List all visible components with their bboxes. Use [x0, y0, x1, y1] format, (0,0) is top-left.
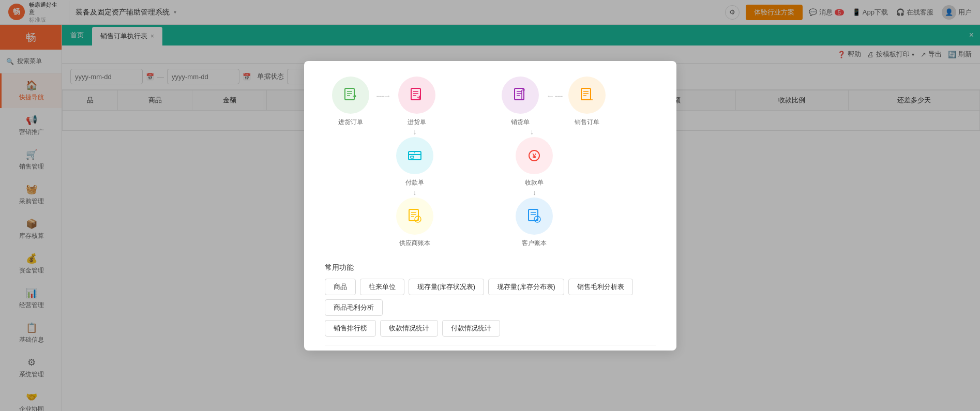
scroll-left-btn[interactable]: ◀: [333, 349, 339, 351]
overlay[interactable]: 进货订单 - - - →: [0, 0, 980, 411]
dialog: 进货订单 - - - →: [304, 61, 676, 351]
scroll-area: ◀ ▶: [325, 345, 656, 351]
common-btn-partners[interactable]: 往来单位: [360, 279, 404, 295]
flow-item-payment: ¥ 付款单: [389, 137, 441, 187]
common-btn-goods-gross[interactable]: 商品毛利分析: [325, 299, 383, 316]
v-arrow-2: ↓: [413, 188, 416, 196]
customer-label: 客户账本: [522, 239, 547, 248]
flow-item-customer: 客户账本: [508, 197, 560, 248]
flow-item-sales-purchase-order: 销售订单: [561, 77, 613, 127]
receipt-circle[interactable]: ¥: [516, 137, 553, 174]
purchase-receipt-circle[interactable]: [398, 77, 435, 114]
common-btn-payment-stats[interactable]: 付款情况统计: [442, 320, 500, 337]
sales-order-circle[interactable]: [502, 77, 539, 114]
sales-order-label: 销货单: [511, 118, 530, 127]
sales-purchase-order-label: 销售订单: [575, 118, 599, 127]
flow-item-purchase-receipt: 进货单: [391, 77, 443, 127]
flow-item-receipt: ¥ 收款单: [508, 137, 560, 187]
purchase-order-circle[interactable]: [332, 77, 369, 114]
svg-rect-22: [581, 88, 591, 100]
dialog-content: 进货订单 - - - →: [304, 61, 676, 351]
common-btn-stock-dist[interactable]: 现存量(库存分布表): [488, 279, 564, 295]
purchase-order-label: 进货订单: [338, 118, 363, 127]
svg-rect-0: [345, 88, 354, 100]
common-functions-title: 常用功能: [325, 263, 656, 272]
sales-purchase-order-circle[interactable]: [568, 77, 606, 114]
svg-text:¥: ¥: [414, 151, 416, 154]
payment-circle[interactable]: ¥: [396, 137, 433, 174]
common-btn-receipt-stats[interactable]: 收款情况统计: [380, 320, 438, 337]
common-btn-goods[interactable]: 商品: [325, 279, 356, 295]
flow-item-purchase-order: 进货订单: [325, 77, 376, 127]
scroll-right-btn[interactable]: ▶: [642, 349, 647, 351]
common-buttons-row1: 商品 往来单位 现存量(库存状况表) 现存量(库存分布表) 销售毛利分析表 商品…: [325, 279, 656, 316]
flow-item-sales-order: 销货单: [494, 77, 546, 127]
flow-section: 进货订单 - - - →: [325, 77, 656, 248]
payment-label: 付款单: [405, 178, 424, 187]
supplier-label: 供应商账本: [399, 239, 430, 248]
svg-rect-10: [411, 156, 414, 158]
purchase-receipt-label: 进货单: [408, 118, 426, 127]
v-arrow-4: ↓: [533, 188, 536, 196]
common-btn-sales-gross[interactable]: 销售毛利分析表: [568, 279, 633, 295]
receipt-label: 收款单: [525, 178, 544, 187]
v-arrow-3: ↓: [530, 128, 539, 136]
customer-circle[interactable]: [516, 197, 553, 235]
common-section: 常用功能 商品 往来单位 现存量(库存状况表) 现存量(库存分布表) 销售毛利分…: [325, 263, 656, 337]
flow-item-supplier: ¥ 供应商账本: [389, 197, 441, 248]
supplier-circle[interactable]: ¥: [396, 197, 433, 235]
common-buttons-row2: 销售排行榜 收款情况统计 付款情况统计: [325, 320, 656, 337]
common-btn-stock-status[interactable]: 现存量(库存状况表): [409, 279, 485, 295]
svg-text:¥: ¥: [533, 152, 537, 160]
common-btn-sales-rank[interactable]: 销售排行榜: [325, 320, 376, 337]
svg-text:¥: ¥: [417, 218, 419, 221]
v-arrow-1: ↓: [413, 128, 416, 136]
